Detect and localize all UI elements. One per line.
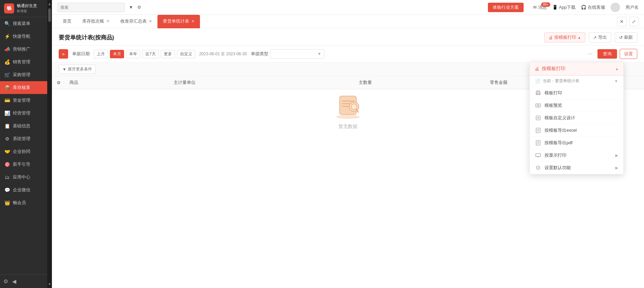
display-print-arrow-icon: ▶ [615,153,618,158]
scroll-down-arrow[interactable]: ▼ [47,281,52,287]
svg-rect-12 [536,104,540,107]
sidebar-item-label-inventory: 库存核算 [13,85,30,91]
dropdown-item-template-custom[interactable]: 模板自定义设计 [530,112,623,124]
tab-order-stats-close[interactable]: ✕ [191,19,195,23]
dropdown-item-template-pdf[interactable]: 按模板导出pdf [530,137,623,149]
sidebar-item-newbie[interactable]: 🎯 新手引导 [0,158,47,171]
user-avatar[interactable] [611,3,620,12]
printer-icon: 🖨 [549,35,553,40]
logo-icon: 畅 [4,3,14,13]
doc-type-filter: 单据类型 ▼ [251,49,324,59]
col-settings[interactable]: ⚙ [52,76,65,89]
doc-type-select[interactable]: ▼ [270,49,324,59]
sidebar-item-label-operation: 经营管理 [13,110,30,116]
template-print-icon [535,90,541,96]
doc-type-value [273,51,277,57]
query-button[interactable]: 查询 [597,49,617,59]
tab-home[interactable]: 首页 [57,15,77,28]
date-this-year-button[interactable]: 本年 [126,50,140,58]
template-print-button[interactable]: 🖨 按模板打印 ▲ [544,32,585,42]
filter-dots-button[interactable]: ··· [585,50,595,58]
sidebar-item-search[interactable]: 🔍 搜索菜单 [0,17,47,30]
tab-home-label: 首页 [63,18,71,24]
set-default-label: 设置默认功能 [545,165,571,171]
sidebar-item-label-marketing: 营销推广 [13,46,30,52]
topbar-search-input[interactable] [57,3,125,12]
sidebar-item-quick-nav[interactable]: ⚡ 快捷导航 [0,30,47,43]
sidebar-item-sales[interactable]: 💰 销售管理 [0,56,47,68]
page-header: 要货单统计表(按商品) 🖨 按模板打印 ▲ ↗ 导出 ↺ 刷新 [52,28,644,45]
tab-expand-button[interactable]: ⤢ [629,17,639,26]
date-this-month-button[interactable]: 本月 [110,50,124,58]
scroll-up-arrow[interactable]: ▲ [47,1,52,7]
purchase-icon: 🛒 [4,72,10,78]
filter-right: ··· 查询 设置 [585,49,637,59]
filter-settings-button[interactable]: 设置 [620,49,637,59]
app-badge: 标准版 [17,9,37,13]
date-last-7-button[interactable]: 近7天 [142,50,159,58]
sidebar-item-enterprise[interactable]: 🤝 企业协同 [0,145,47,158]
page-title: 要货单统计表(按商品) [59,34,114,41]
tab-order-stats[interactable]: 要货单统计表 ✕ [157,15,200,28]
app-name: 畅通好生意 [17,3,37,9]
sidebar-item-label-member: 畅会员 [13,200,26,206]
dropdown-item-set-default[interactable]: 设置默认功能 ▶ [530,162,623,174]
svg-point-30 [538,168,538,169]
empty-illustration [331,89,365,120]
export-button[interactable]: ↗ 导出 [589,32,611,42]
tabbar: 首页 库存批次账 ✕ 收发存汇总表 ✕ 要货单统计表 ✕ ✕ ⤢ [52,15,644,28]
online-service-button[interactable]: 🎧 在线客服 [581,4,605,10]
sidebar-item-purchase[interactable]: 🛒 采购管理 [0,68,47,81]
refresh-button[interactable]: ↺ 刷新 [615,32,637,42]
current-chevron-icon: ▼ [614,79,618,83]
dropdown-title: 按模板打印 [542,66,565,72]
dropdown-item-template-print[interactable]: 模板打印 [530,87,623,99]
sidebar-item-finance[interactable]: 💳 资金管理 [0,94,47,107]
sidebar-item-system[interactable]: ⚙ 系统管理 [0,132,47,145]
newbie-icon: 🎯 [4,161,10,167]
dropdown-item-template-excel[interactable]: 按模板导出excel [530,124,623,137]
date-more-button[interactable]: 更多 [161,50,175,58]
expand-more-button[interactable]: ▼ 展开更多条件 [59,65,96,74]
sidebar-toggle-icon[interactable]: ◀ [12,278,16,285]
date-custom-button[interactable]: 自定义 [177,50,195,58]
settings-gear-icon[interactable]: ⚙ [3,278,8,285]
messages-button[interactable]: ✉ 消息 99+ [533,4,547,10]
sidebar-item-wechat[interactable]: 💬 企业微信 [0,184,47,196]
expand-more-label: 展开更多条件 [68,66,92,72]
sidebar-item-label-finance: 资金管理 [13,97,30,103]
member-icon: 👑 [4,200,10,206]
date-last-month-button[interactable]: 上月 [94,50,108,58]
tab-batch-account[interactable]: 库存批次账 ✕ [77,15,115,28]
sidebar-item-member[interactable]: 👑 畅会员 [0,196,47,209]
tab-batch-account-close[interactable]: ✕ [106,19,110,23]
template-print-label: 按模板打印 [554,34,576,40]
sidebar-item-marketing[interactable]: 📣 营销推广 [0,43,47,56]
template-print-item-label: 模板打印 [545,90,562,96]
tab-close-button[interactable]: ✕ [617,17,626,26]
dropdown-header[interactable]: 🖨 按模板打印 ▲ [530,62,623,75]
sidebar-item-operation[interactable]: 📊 经营管理 [0,107,47,120]
main-area: ▼ ⚙ 体验行业方案 ✉ 消息 99+ 📱 App下载 🎧 在线客服 用户名 [52,0,644,288]
dropdown-item-template-preview[interactable]: 模板预览 [530,99,623,112]
app-download-icon: 📱 [552,5,558,10]
sidebar-item-label-sales: 销售管理 [13,59,30,65]
tab-receipt-close[interactable]: ✕ [149,19,152,23]
sidebar-item-inventory[interactable]: 📦 库存核算 [0,81,47,94]
sidebar-item-label-newbie: 新手引导 [13,161,30,167]
topbar-dropdown[interactable]: ▼ [129,5,133,10]
tab-receipt-summary[interactable]: 收发存汇总表 ✕ [115,15,157,28]
app-download-button[interactable]: 📱 App下载 [552,4,576,10]
enterprise-icon: 🤝 [4,149,10,155]
dropdown-close-icon[interactable]: ▲ [615,67,619,71]
dropdown-item-display-print[interactable]: 按显示打印 ▶ [530,149,623,162]
industry-solution-button[interactable]: 体验行业方案 [488,3,524,12]
sidebar-item-label-purchase: 采购管理 [13,72,30,78]
filter-expand-button[interactable]: » [59,49,68,59]
sidebar-item-app-center[interactable]: 🗂 应用中心 [0,171,47,184]
topbar: ▼ ⚙ 体验行业方案 ✉ 消息 99+ 📱 App下载 🎧 在线客服 用户名 [52,0,644,15]
template-pdf-item-label: 按模板导出pdf [545,140,573,146]
sidebar-item-basic[interactable]: 📋 基础信息 [0,120,47,132]
topbar-settings-icon[interactable]: ⚙ [137,5,141,10]
template-preview-icon [535,102,541,108]
